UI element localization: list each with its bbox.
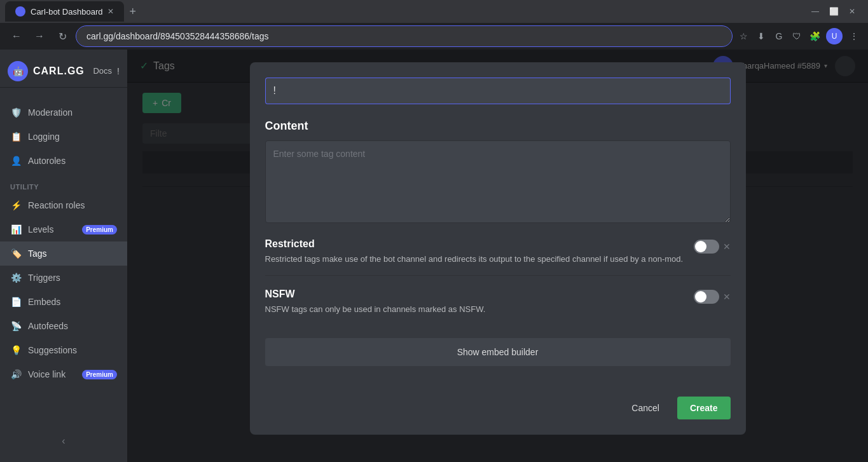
shield-icon[interactable]: 🛡 [790, 30, 803, 43]
tag-name-input[interactable] [284, 78, 731, 104]
create-modal-button[interactable]: Create [677, 397, 731, 419]
nsfw-toggle[interactable] [694, 290, 719, 304]
sidebar-topnav: 🤖 CARL.GG Docs ! [0, 55, 127, 88]
exclamation-icon: ! [117, 66, 120, 76]
active-tab[interactable]: Carl-bot Dashboard ✕ [5, 1, 124, 22]
cancel-button[interactable]: Cancel [621, 397, 670, 419]
docs-link[interactable]: Docs [93, 66, 112, 76]
sidebar-item-label-levels: Levels [28, 224, 53, 234]
sidebar-item-label-autoroles: Autoroles [28, 156, 65, 166]
create-tag-modal: ! Content Restricted Restricted tags mak… [250, 62, 746, 435]
section-label-moderation [0, 88, 127, 100]
close-button[interactable]: ✕ [849, 7, 855, 16]
sidebar-bottom: ‹ [0, 425, 127, 457]
menu-icon[interactable]: ⋮ [848, 30, 860, 43]
levels-premium-badge: Premium [82, 225, 117, 234]
grammarly-icon[interactable]: G [773, 30, 785, 43]
app-layout: 🤖 CARL.GG Docs ! 🛡️ Moderation 📋 Logging… [0, 50, 868, 462]
sidebar: 🤖 CARL.GG Docs ! 🛡️ Moderation 📋 Logging… [0, 50, 127, 462]
sidebar-item-moderation[interactable]: 🛡️ Moderation [0, 100, 127, 125]
modal-footer: Cancel Create [265, 386, 731, 419]
sidebar-item-label-voice-link: Voice link [28, 369, 65, 379]
profile-avatar[interactable]: U [826, 28, 843, 44]
sidebar-item-autofeeds[interactable]: 📡 Autofeeds [0, 314, 127, 338]
sidebar-item-label-triggers: Triggers [28, 273, 60, 283]
tab-title: Carl-bot Dashboard [31, 7, 102, 17]
nsfw-clear-icon[interactable]: ✕ [723, 292, 731, 302]
sidebar-item-tags[interactable]: 🏷️ Tags [0, 241, 127, 266]
embeds-icon: 📄 [10, 296, 22, 308]
autofeeds-icon: 📡 [10, 320, 22, 332]
sidebar-item-label-logging: Logging [28, 132, 60, 142]
nsfw-toggle-row: NSFW NSFW tags can only be used in chann… [265, 289, 731, 315]
content-textarea[interactable] [265, 140, 731, 223]
sidebar-item-label-tags: Tags [28, 248, 47, 259]
nsfw-section: NSFW NSFW tags can only be used in chann… [265, 289, 731, 325]
restricted-toggle[interactable] [694, 240, 719, 254]
browser-chrome: Carl-bot Dashboard ✕ + — ⬜ ✕ ← → ↻ ☆ ⬇ G… [0, 0, 868, 50]
maximize-button[interactable]: ⬜ [829, 7, 839, 16]
download-icon[interactable]: ⬇ [755, 30, 768, 43]
moderation-icon: 🛡️ [10, 107, 22, 118]
restricted-toggle-control: ✕ [694, 240, 731, 254]
window-controls: — ⬜ ✕ [811, 7, 863, 16]
sidebar-item-autoroles[interactable]: 👤 Autoroles [0, 149, 127, 173]
sidebar-item-label-embeds: Embeds [28, 297, 60, 307]
sidebar-item-label-autofeeds: Autofeeds [28, 321, 68, 331]
modal-name-row: ! [265, 78, 731, 104]
tab-favicon [15, 6, 25, 17]
voice-link-icon: 🔊 [10, 369, 22, 380]
main-content: ✓ Tags SharqaHameed #5889 ▾ + Cr [127, 50, 868, 462]
toolbar-icons: ☆ ⬇ G 🛡 🧩 U ⋮ [737, 28, 860, 44]
carl-logo-text: CARL.GG [33, 65, 85, 77]
new-tab-button[interactable]: + [124, 5, 141, 18]
show-embed-builder-button[interactable]: Show embed builder [265, 338, 731, 366]
tab-close-button[interactable]: ✕ [107, 7, 114, 16]
extensions-icon[interactable]: 🧩 [808, 30, 821, 43]
levels-icon: 📊 [10, 224, 22, 235]
reaction-roles-icon: ⚡ [10, 200, 22, 211]
sidebar-collapse-button[interactable]: ‹ [0, 430, 127, 452]
tag-prefix: ! [265, 78, 284, 104]
section-label-utility: UTILITY [0, 173, 127, 193]
forward-button[interactable]: → [31, 27, 48, 45]
content-section-title: Content [265, 119, 731, 133]
sidebar-item-levels[interactable]: 📊 Levels Premium [0, 217, 127, 241]
nsfw-toggle-control: ✕ [694, 290, 731, 304]
address-bar[interactable] [76, 26, 732, 46]
restricted-title: Restricted [265, 238, 684, 250]
restricted-info: Restricted Restricted tags make use of t… [265, 238, 684, 265]
nsfw-info: NSFW NSFW tags can only be used in chann… [265, 289, 684, 315]
sidebar-item-voice-link[interactable]: 🔊 Voice link Premium [0, 362, 127, 386]
triggers-icon: ⚙️ [10, 272, 22, 283]
modal-overlay: ! Content Restricted Restricted tags mak… [127, 50, 868, 462]
sidebar-item-reaction-roles[interactable]: ⚡ Reaction roles [0, 193, 127, 217]
logging-icon: 📋 [10, 131, 22, 142]
sidebar-item-label-suggestions: Suggestions [28, 345, 77, 355]
minimize-button[interactable]: — [811, 7, 819, 16]
carl-logo-icon: 🤖 [8, 61, 28, 81]
restricted-toggle-row: Restricted Restricted tags make use of t… [265, 238, 731, 265]
sidebar-item-logging[interactable]: 📋 Logging [0, 125, 127, 149]
star-icon[interactable]: ☆ [737, 30, 750, 43]
nsfw-title: NSFW [265, 289, 684, 300]
sidebar-item-suggestions[interactable]: 💡 Suggestions [0, 338, 127, 362]
restricted-clear-icon[interactable]: ✕ [723, 241, 731, 252]
sidebar-item-label-reaction-roles: Reaction roles [28, 200, 85, 210]
refresh-button[interactable]: ↻ [53, 27, 71, 45]
sidebar-item-embeds[interactable]: 📄 Embeds [0, 290, 127, 314]
back-button[interactable]: ← [8, 27, 25, 45]
tags-icon: 🏷️ [10, 248, 22, 259]
restricted-section: Restricted Restricted tags make use of t… [265, 238, 731, 276]
autoroles-icon: 👤 [10, 155, 22, 166]
suggestions-icon: 💡 [10, 344, 22, 356]
sidebar-item-label-moderation: Moderation [28, 107, 72, 118]
sidebar-item-triggers[interactable]: ⚙️ Triggers [0, 266, 127, 290]
nsfw-desc: NSFW tags can only be used in channels m… [265, 304, 684, 315]
tab-bar: Carl-bot Dashboard ✕ + — ⬜ ✕ [0, 0, 868, 23]
voice-link-premium-badge: Premium [82, 370, 117, 379]
restricted-desc: Restricted tags make use of the bot chan… [265, 254, 684, 265]
carl-logo[interactable]: 🤖 CARL.GG [8, 61, 85, 81]
browser-toolbar: ← → ↻ ☆ ⬇ G 🛡 🧩 U ⋮ [0, 23, 868, 50]
